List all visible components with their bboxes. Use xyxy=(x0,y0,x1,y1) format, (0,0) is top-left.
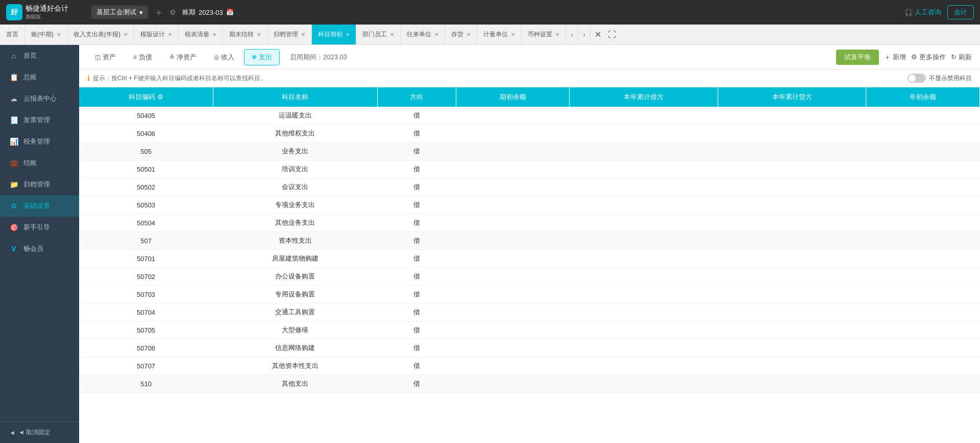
sidebar-collapse-btn[interactable]: ◄ ◄ 取消固定 xyxy=(0,422,79,443)
settings-icon[interactable]: ⚙ xyxy=(169,8,176,16)
settings-col-icon[interactable]: ⚙ xyxy=(157,93,163,101)
tab-partner[interactable]: 往来单位 ✕ xyxy=(401,25,445,44)
tab-expand[interactable]: ⛶ xyxy=(605,25,619,44)
table-row[interactable]: 50702 办公设备购置 借 xyxy=(79,268,980,286)
tab-inventory-close[interactable]: ✕ xyxy=(467,32,471,37)
tab-unit[interactable]: 计量单位 ✕ xyxy=(477,25,522,44)
table-row[interactable]: 50406 其他维权支出 借 xyxy=(79,125,980,143)
tab-nav-prev[interactable]: ‹ xyxy=(566,25,578,44)
tab-income-report-label: 收入支出表(年报) xyxy=(74,30,120,39)
sidebar-label-archive: 归档管理 xyxy=(23,180,50,189)
sub-tab-asset[interactable]: ◫ 资产 xyxy=(87,49,124,65)
cell-ytd-credit xyxy=(718,250,866,268)
tab-template-close[interactable]: ✕ xyxy=(168,32,172,37)
cell-opening-bal xyxy=(456,196,569,214)
cell-opening-bal xyxy=(456,214,569,232)
sidebar-label-home: 首页 xyxy=(23,51,37,60)
cell-ytd-debit xyxy=(570,178,718,196)
cell-code: 50405 xyxy=(79,107,213,125)
table-row[interactable]: 50707 其他资本性支出 借 xyxy=(79,357,980,375)
sub-tab-net-asset[interactable]: ≜ 净资产 xyxy=(162,49,204,65)
table-row[interactable]: 50706 信息网络购建 借 xyxy=(79,339,980,357)
table-row[interactable]: 50503 专项业务支出 借 xyxy=(79,196,980,214)
tab-tax[interactable]: 税表清册 ✕ xyxy=(179,25,223,44)
tab-inventory[interactable]: 存货 ✕ xyxy=(445,25,477,44)
table-row[interactable]: 50704 交通工具购置 借 xyxy=(79,304,980,321)
expense-icon: ❋ xyxy=(252,54,257,61)
sidebar-item-ledger[interactable]: 📋 总账 xyxy=(0,66,79,88)
tab-currency[interactable]: 币种设置 ✕ xyxy=(522,25,566,44)
table-row[interactable]: 50705 大型修缮 借 xyxy=(79,321,980,339)
sub-tab-expense-label: 支出 xyxy=(259,53,272,62)
add-btn[interactable]: ＋ 新增 xyxy=(884,53,906,62)
calendar-icon[interactable]: 📅 xyxy=(226,9,234,16)
tab-nav-next[interactable]: › xyxy=(578,25,591,44)
sub-tab-income-label: 收入 xyxy=(221,53,234,62)
balance-btn[interactable]: 试算平衡 xyxy=(836,50,879,65)
tab-period-transfer-close[interactable]: ✕ xyxy=(257,32,261,37)
cell-opening-bal xyxy=(456,268,569,286)
tab-archive[interactable]: 归档管理 ✕ xyxy=(267,25,312,44)
cell-dir: 借 xyxy=(377,357,456,375)
tab-subject-init-label: 科目期初 xyxy=(318,30,342,39)
tab-subject-init[interactable]: 科目期初 ✕ xyxy=(312,25,356,44)
tab-ledger-close[interactable]: ✕ xyxy=(57,32,61,37)
company-selector[interactable]: 基层工会测试 ▾ xyxy=(91,6,148,19)
account-btn[interactable]: 会计 xyxy=(947,5,974,19)
sidebar-item-basic[interactable]: ⚙ 基础设置 xyxy=(0,195,79,217)
tab-subject-init-close[interactable]: ✕ xyxy=(346,32,350,37)
cell-ytd-debit xyxy=(570,196,718,214)
refresh-btn[interactable]: ↻ 刷新 xyxy=(951,53,972,62)
sidebar-item-tax[interactable]: 📊 税务管理 xyxy=(0,131,79,152)
add-company-btn[interactable]: ＋ xyxy=(154,6,163,18)
tab-template-label: 模版设计 xyxy=(140,30,165,39)
table-row[interactable]: 50701 房屋建筑物购建 借 xyxy=(79,250,980,268)
tab-period-transfer[interactable]: 期末结转 ✕ xyxy=(223,25,267,44)
tab-tax-close[interactable]: ✕ xyxy=(212,32,216,37)
tab-unit-close[interactable]: ✕ xyxy=(511,32,515,37)
tab-template[interactable]: 模版设计 ✕ xyxy=(134,25,179,44)
th-name: 科目名称 xyxy=(213,87,377,107)
table-row[interactable]: 507 资本性支出 借 xyxy=(79,232,980,250)
sub-tab-income[interactable]: ◎ 收入 xyxy=(206,49,242,65)
tab-partner-close[interactable]: ✕ xyxy=(434,32,438,37)
cell-ytd-credit xyxy=(718,339,866,357)
tab-dept[interactable]: 部门员工 ✕ xyxy=(356,25,401,44)
sidebar-item-guide[interactable]: 🎯 新手引导 xyxy=(0,217,79,238)
cell-opening-bal xyxy=(456,375,569,393)
cell-year-opening xyxy=(866,232,980,250)
tab-close-all[interactable]: ✕ xyxy=(591,25,605,44)
table-row[interactable]: 50504 其他业务支出 借 xyxy=(79,214,980,232)
table-row[interactable]: 50502 会议支出 借 xyxy=(79,178,980,196)
tab-ledger[interactable]: 账(中期) ✕ xyxy=(25,25,67,44)
cell-year-opening xyxy=(866,143,980,160)
table-row[interactable]: 510 其他支出 借 xyxy=(79,375,980,393)
tab-archive-close[interactable]: ✕ xyxy=(301,32,305,37)
disable-toggle[interactable] xyxy=(908,74,926,83)
cell-dir: 借 xyxy=(377,214,456,232)
table-row[interactable]: 50703 专用设备购置 借 xyxy=(79,286,980,304)
table-row[interactable]: 50501 培训支出 借 xyxy=(79,160,980,178)
table-row[interactable]: 505 业务支出 借 xyxy=(79,143,980,160)
cell-ytd-credit xyxy=(718,232,866,250)
tab-home[interactable]: 首页 xyxy=(0,25,25,44)
tab-income-report-close[interactable]: ✕ xyxy=(124,32,128,37)
more-btn[interactable]: ⚙ 更多操作 xyxy=(911,53,946,62)
sidebar-item-settlement[interactable]: 💼 结账 xyxy=(0,152,79,174)
sub-tab-liability[interactable]: ≡ 负债 xyxy=(126,49,160,65)
help-btn[interactable]: 🎧 人工咨询 xyxy=(904,8,941,17)
tab-income-report[interactable]: 收入支出表(年报) ✕ xyxy=(67,25,134,44)
sidebar-item-member[interactable]: V 畅会员 xyxy=(0,238,79,260)
cell-ytd-credit xyxy=(718,143,866,160)
sub-tab-expense[interactable]: ❋ 支出 xyxy=(244,49,280,65)
app-logo-text: 畅捷通好会计 xyxy=(26,4,68,13)
tab-currency-close[interactable]: ✕ xyxy=(555,32,559,37)
sidebar-item-invoice[interactable]: 🧾 发票管理 xyxy=(0,109,79,131)
table-row[interactable]: 50405 运温暖支出 借 xyxy=(79,107,980,125)
sidebar-item-home[interactable]: ⌂ 首页 xyxy=(0,45,79,66)
sidebar-item-archive[interactable]: 📁 归档管理 xyxy=(0,174,79,195)
cell-year-opening xyxy=(866,357,980,375)
sidebar-item-report[interactable]: ☁ 云报表中心 xyxy=(0,88,79,109)
tab-dept-close[interactable]: ✕ xyxy=(390,32,394,37)
cell-ytd-credit xyxy=(718,286,866,304)
